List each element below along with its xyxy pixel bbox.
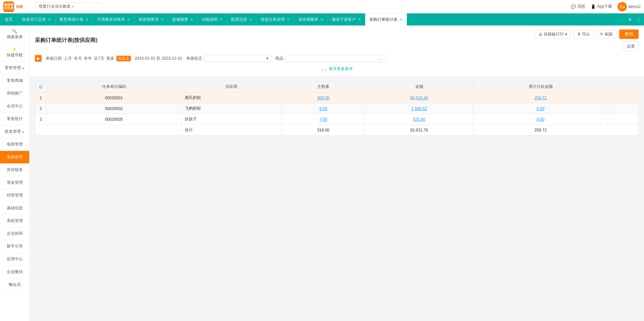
sidebar-item-members[interactable]: 会员中心 <box>0 100 29 113</box>
query-button[interactable]: 查询 <box>619 30 639 39</box>
tab-peizhi[interactable]: 配置信息 ✕ <box>227 13 257 25</box>
col-code-header: 往来单位编码 <box>47 81 181 93</box>
export-button[interactable]: ⬇ 导出 <box>574 30 594 39</box>
footer-qty: 316.00 <box>281 125 365 136</box>
shortcut-this-month[interactable]: 本月 <box>74 56 82 61</box>
row1-paid[interactable]: 259.72 <box>473 93 608 103</box>
shortcut-7days[interactable]: 近7天 <box>94 56 104 61</box>
tab-chengben-close[interactable]: ✕ <box>320 17 323 22</box>
row3-supplier: 好孩子 <box>181 114 281 125</box>
col-settings: ⚙ <box>35 81 47 93</box>
filter-toggle-button[interactable]: ▶ <box>35 55 42 62</box>
page-title: 采购订单统计表(按供应商) <box>35 37 98 44</box>
row3-extra <box>608 114 639 125</box>
sidebar-item-marketing[interactable]: 营销推广 <box>0 87 29 100</box>
sidebar-item-retail-mgmt[interactable]: 零售管理 ▲ <box>0 62 29 74</box>
print-label: 按模板打印 <box>544 32 564 37</box>
col-qty-header: 主数量 <box>281 81 365 93</box>
content-area: 采购订单统计表(按供应商) 🖨 按模板打印 ▾ ⬇ 导出 <box>30 25 644 321</box>
tab-shoufacun-close[interactable]: ✕ <box>48 17 51 22</box>
app-download-button[interactable]: 📱 App下载 <box>591 4 612 9</box>
tab-yaoqing[interactable]: 邀请下游客户 ✕ <box>328 13 365 25</box>
sidebar-item-system[interactable]: 系统管理 <box>0 215 29 227</box>
tab-gongneng-close[interactable]: ✕ <box>220 17 223 22</box>
tab-chao-close[interactable]: ✕ <box>190 17 193 22</box>
tab-yaohuo-label: 要货单统计表 <box>59 17 84 22</box>
tab-yaohuo[interactable]: 要货单统计表 ✕ <box>55 13 93 25</box>
tab-caigou-close[interactable]: ✕ <box>399 17 402 22</box>
tab-gongneng[interactable]: 功能说明 ✕ <box>198 13 227 25</box>
status-select[interactable]: ▾ <box>204 55 271 62</box>
tab-baozhi-close[interactable]: ✕ <box>161 17 164 22</box>
sidebar-item-vip[interactable]: 畅会员 <box>0 278 29 291</box>
sidebar-item-inventory[interactable]: 库存核算 <box>0 164 29 176</box>
sidebar-item-finance[interactable]: 资金管理 <box>0 176 29 189</box>
sidebar-retailshop-label: 零售商城 <box>7 78 23 84</box>
settings-button[interactable]: 设置 <box>623 42 639 51</box>
user-profile[interactable]: Ea demo2 <box>618 2 641 11</box>
tab-chengben[interactable]: 成本调整单 ✕ <box>294 13 328 25</box>
sidebar-item-appstore[interactable]: 应用中心 <box>0 253 29 266</box>
tab-baozhi[interactable]: 保质期查询 ✕ <box>135 13 168 25</box>
row3-amount[interactable]: 525.80 <box>365 114 473 125</box>
row1-amount[interactable]: 60,519.44 <box>365 93 473 103</box>
tab-shoufacun[interactable]: 收发存汇总表 ✕ <box>18 13 55 25</box>
message-button[interactable]: 💬 消息 <box>571 4 585 9</box>
row1-qty[interactable]: 303.00 <box>281 93 365 103</box>
sidebar-item-retail-stats[interactable]: 零售统计 <box>0 113 29 125</box>
row3-paid[interactable]: 0.00 <box>473 114 608 125</box>
tab-home[interactable]: 首页 <box>0 13 18 25</box>
sidebar-item-wechat[interactable]: 企业微信 <box>0 266 29 278</box>
logo-text: 畅捷通好生意 <box>3 3 14 10</box>
tab-jian[interactable]: 拣货任务管理 ✕ <box>257 13 294 25</box>
query-label: 查询 <box>625 32 633 37</box>
row1-supplier: 惠氏奶粉 <box>181 93 281 103</box>
tab-chao[interactable]: 超储预警 ✕ <box>168 13 198 25</box>
sidebar-item-enterprise[interactable]: 企业协同 <box>0 227 29 240</box>
sidebar-item-wholesale[interactable]: 批发管理 ▲ <box>0 125 29 138</box>
shortcut-last-month[interactable]: 上月 <box>64 56 72 61</box>
expand-row: ⌄⌄ 展开更多条件 <box>35 65 639 73</box>
sidebar-item-ecommerce[interactable]: 电商管理 <box>0 138 29 151</box>
sidebar-item-newbie[interactable]: 新手引导 <box>0 240 29 253</box>
row3-qty[interactable]: 7.00 <box>281 114 365 125</box>
refresh-label: 刷新 <box>605 32 613 37</box>
workspace-selector[interactable]: 母婴行业演示账套 ▾ <box>36 2 103 11</box>
sidebar-item-quicknav[interactable]: ⚡ 快捷导航 <box>0 44 29 62</box>
table-row: 2 00020002 飞鹤奶粉 6.00 1,586.52 0.00 <box>35 103 639 114</box>
row2-paid[interactable]: 0.00 <box>473 103 608 114</box>
workspace-name: 母婴行业演示账套 <box>39 4 71 9</box>
tab-maximize-icon[interactable]: □ <box>636 17 641 22</box>
refresh-button[interactable]: ↻ 刷新 <box>596 30 616 39</box>
sidebar-item-purchase[interactable]: 采购管理 <box>0 151 29 164</box>
quicknav-icon: ⚡ <box>12 47 17 52</box>
row2-qty[interactable]: 6.00 <box>281 103 365 114</box>
row2-supplier: 飞鹤奶粉 <box>181 103 281 114</box>
shortcut-this-year[interactable]: 本年 <box>84 56 92 61</box>
shortcut-more[interactable]: 更多 <box>106 56 114 61</box>
tab-kucun-label: 可用量库存账本 <box>97 17 125 22</box>
expand-more-button[interactable]: ⌄⌄ 展开更多条件 <box>318 65 356 73</box>
sidebar-item-basic-info[interactable]: 基础信息 <box>0 202 29 215</box>
sidebar-inventory-label: 库存核算 <box>7 167 23 173</box>
tab-caigou[interactable]: 采购订单统计表 ✕ <box>365 13 407 25</box>
goods-input[interactable]: … <box>285 55 386 62</box>
tab-yaoqing-close[interactable]: ✕ <box>358 17 361 22</box>
tab-peizhi-close[interactable]: ✕ <box>249 17 252 22</box>
tab-jian-close[interactable]: ✕ <box>287 17 290 22</box>
status-filter-item: 单据状态 ▾ <box>186 55 271 62</box>
expand-label: 展开更多条件 <box>329 66 353 72</box>
row2-extra <box>608 103 639 114</box>
custom-date-tag[interactable]: 自定义 <box>116 56 131 61</box>
tab-kucun[interactable]: 可用量库存账本 ✕ <box>93 13 135 25</box>
export-icon: ⬇ <box>577 32 581 37</box>
sidebar-item-retail-shop[interactable]: 零售商城 <box>0 74 29 87</box>
tab-close-all-icon[interactable]: ✕ <box>627 17 633 22</box>
print-button[interactable]: 🖨 按模板打印 ▾ <box>535 30 571 39</box>
sidebar-item-operations[interactable]: 经营管理 <box>0 189 29 202</box>
sidebar-item-search[interactable]: 🔍 搜索菜单 <box>0 25 29 44</box>
tab-kucun-close[interactable]: ✕ <box>127 17 130 22</box>
column-settings-icon[interactable]: ⚙ <box>39 84 43 90</box>
row2-amount[interactable]: 1,586.52 <box>365 103 473 114</box>
tab-yaohuo-close[interactable]: ✕ <box>86 17 89 22</box>
